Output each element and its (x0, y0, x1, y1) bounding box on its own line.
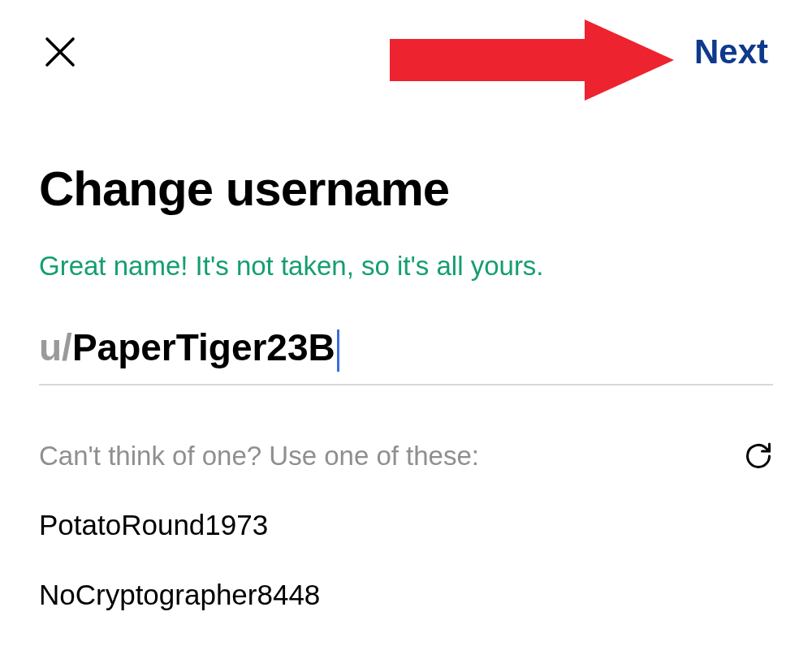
text-cursor (337, 330, 339, 372)
svg-rect-2 (390, 39, 585, 81)
username-value: PaperTiger23B (72, 325, 335, 369)
arrow-annotation (390, 19, 682, 104)
page-title: Change username (39, 161, 773, 217)
refresh-button[interactable] (744, 441, 773, 471)
main-content: Change username Great name! It's not tak… (0, 161, 812, 611)
username-prefix: u/ (39, 325, 72, 369)
suggestion-item[interactable]: PotatoRound1973 (39, 509, 773, 541)
username-input[interactable]: u/ PaperTiger23B (39, 325, 773, 385)
suggestions-label: Can't think of one? Use one of these: (39, 441, 479, 472)
svg-marker-3 (585, 19, 674, 101)
status-message: Great name! It's not taken, so it's all … (39, 251, 773, 282)
suggestions-header: Can't think of one? Use one of these: (39, 441, 773, 472)
refresh-icon (744, 441, 773, 471)
close-icon (41, 32, 80, 71)
close-button[interactable] (41, 32, 80, 71)
suggestion-item[interactable]: NoCryptographer8448 (39, 579, 773, 611)
next-button[interactable]: Next (694, 32, 771, 71)
